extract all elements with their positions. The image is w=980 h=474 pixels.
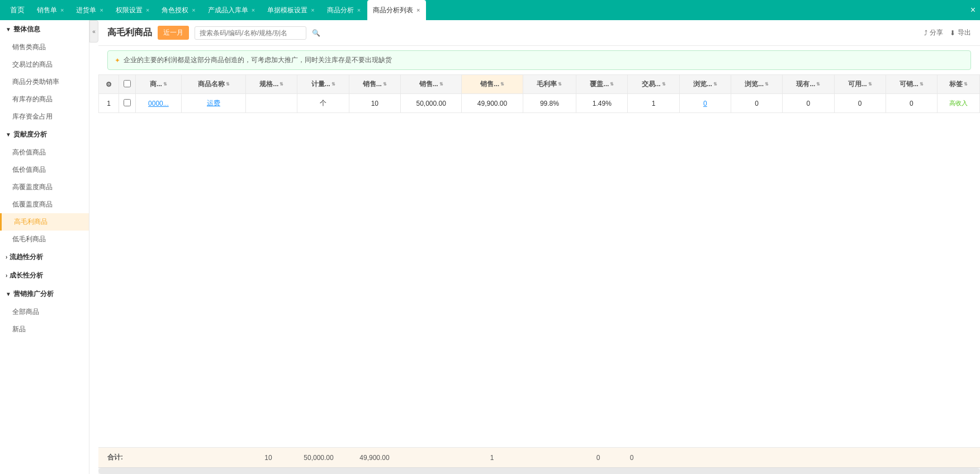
nav-permission[interactable]: 权限设置 × — [110, 0, 155, 20]
sidebar-item-stock-capital[interactable]: 库存资金占用 — [0, 108, 89, 125]
col-view2[interactable]: 浏览... ⇅ — [731, 75, 783, 94]
sort-arrows-coverage: ⇅ — [610, 82, 614, 87]
col-name[interactable]: 商品名称 ⇅ — [181, 75, 245, 94]
share-button[interactable]: ⤴ 分享 — [924, 28, 943, 37]
col-transaction[interactable]: 交易... ⇅ — [628, 75, 679, 94]
nav-product-in-close[interactable]: × — [252, 7, 255, 13]
cell-spec — [246, 94, 297, 113]
sidebar-item-traded-goods[interactable]: 交易过的商品 — [0, 56, 89, 73]
nav-permission-close[interactable]: × — [146, 7, 149, 13]
cell-unit: 个 — [297, 94, 349, 113]
arrow-contribution: ▼ — [6, 132, 11, 138]
cell-sellable: 0 — [886, 94, 937, 113]
sidebar-section-overall[interactable]: ▼ 整体信息 — [0, 20, 89, 39]
col-unit[interactable]: 计量... ⇅ — [297, 75, 349, 94]
sidebar-section-growth[interactable]: › 成长性分析 — [0, 266, 89, 285]
nav-product-analysis[interactable]: 商品分析 × — [321, 0, 366, 20]
col-view1[interactable]: 浏览... ⇅ — [679, 75, 731, 94]
col-checkbox[interactable] — [119, 75, 136, 94]
sidebar-item-high-value[interactable]: 高价值商品 — [0, 144, 89, 161]
sidebar-item-high-margin[interactable]: 高毛利商品 — [0, 213, 89, 231]
sidebar-section-contribution[interactable]: ▼ 贡献度分析 — [0, 125, 89, 144]
sidebar-toggle[interactable]: « — [89, 20, 98, 43]
sort-arrows-current: ⇅ — [816, 82, 820, 87]
info-icon: ✦ — [115, 57, 120, 64]
nav-purchase-close[interactable]: × — [100, 7, 103, 13]
close-all-tabs[interactable]: × — [970, 5, 976, 15]
search-icon[interactable]: 🔍 — [312, 29, 320, 37]
nav-product-analysis-close[interactable]: × — [357, 7, 361, 13]
col-sellable[interactable]: 可销... ⇅ — [886, 75, 937, 94]
sidebar-item-low-coverage[interactable]: 低覆盖度商品 — [0, 196, 89, 213]
nav-role[interactable]: 角色授权 × — [156, 0, 201, 20]
sidebar: ▼ 整体信息 销售类商品 交易过的商品 商品分类助销率 有库存的商品 库存资金占… — [0, 20, 89, 474]
sidebar-item-all-goods[interactable]: 全部商品 — [0, 303, 89, 321]
info-banner: ✦ 企业的主要的利润都是这部分商品创造的，可考虑加大推广，同时关注库存是不要出现… — [107, 50, 971, 70]
sidebar-section-marketing[interactable]: ▼ 营销推广分析 — [0, 285, 89, 303]
cell-view1[interactable]: 0 — [679, 94, 731, 113]
cell-available: 0 — [834, 94, 886, 113]
nav-analysis-list[interactable]: 商品分析列表 × — [367, 0, 425, 20]
sort-arrows-tag: ⇅ — [964, 82, 968, 87]
sort-arrows-view1: ⇅ — [713, 82, 717, 87]
table-container[interactable]: ⚙ 商... ⇅ 商品名称 — [98, 74, 980, 447]
sidebar-item-low-value[interactable]: 低价值商品 — [0, 161, 89, 179]
bottom-scrollbar[interactable] — [98, 467, 980, 474]
share-icon: ⤴ — [924, 29, 927, 37]
sort-arrows-sales-count: ⇅ — [383, 82, 387, 87]
nav-purchase[interactable]: 进货单 × — [70, 0, 108, 20]
sort-arrows-available: ⇅ — [868, 82, 872, 87]
col-gross-margin[interactable]: 毛利率 ⇅ — [523, 75, 576, 94]
cell-checkbox[interactable] — [119, 94, 136, 113]
export-icon: ⬇ — [950, 29, 955, 37]
col-available[interactable]: 可用... ⇅ — [834, 75, 886, 94]
sort-arrows-sales-profit: ⇅ — [500, 82, 504, 87]
export-button[interactable]: ⬇ 导出 — [950, 28, 971, 37]
col-current[interactable]: 现有... ⇅ — [783, 75, 834, 94]
col-sales-profit[interactable]: 销售... ⇅ — [462, 75, 523, 94]
filter-recent-month[interactable]: 近一月 — [158, 26, 189, 40]
col-settings[interactable]: ⚙ — [99, 75, 119, 94]
nav-role-close[interactable]: × — [192, 7, 195, 13]
nav-analysis-list-close[interactable]: × — [416, 7, 420, 13]
col-tag[interactable]: 标签 ⇅ — [938, 75, 980, 94]
nav-home[interactable]: 首页 — [4, 0, 30, 20]
nav-product-in[interactable]: 产成品入库单 × — [202, 0, 261, 20]
sort-arrows-code: ⇅ — [163, 82, 167, 87]
cell-code[interactable]: 0000... — [136, 94, 182, 113]
row-checkbox[interactable] — [124, 99, 131, 106]
col-sales-count[interactable]: 销售... ⇅ — [349, 75, 400, 94]
nav-template-close[interactable]: × — [311, 7, 314, 13]
table-header-row: ⚙ 商... ⇅ 商品名称 — [99, 75, 980, 94]
arrow-trend: › — [6, 254, 7, 260]
sidebar-item-low-margin[interactable]: 低毛利商品 — [0, 231, 89, 248]
select-all-checkbox[interactable] — [124, 80, 131, 87]
sidebar-item-high-coverage[interactable]: 高覆盖度商品 — [0, 179, 89, 196]
col-coverage[interactable]: 覆盖... ⇅ — [576, 75, 628, 94]
table-row: 1 0000... 运费 个 10 50,000.00 49,900.00 99… — [99, 94, 980, 113]
arrow-overall: ▼ — [6, 26, 11, 32]
data-table: ⚙ 商... ⇅ 商品名称 — [98, 74, 980, 113]
footer-transaction: 1 — [470, 454, 514, 462]
nav-sales[interactable]: 销售单 × — [31, 0, 69, 20]
cell-coverage: 1.49% — [576, 94, 628, 113]
sidebar-item-sales-goods[interactable]: 销售类商品 — [0, 39, 89, 56]
footer-values: 10 50,000.00 49,900.00 1 0 0 — [134, 454, 971, 462]
sidebar-item-stocked-goods[interactable]: 有库存的商品 — [0, 91, 89, 108]
settings-icon[interactable]: ⚙ — [106, 81, 112, 88]
page-title: 高毛利商品 — [107, 27, 152, 39]
sidebar-item-new-goods[interactable]: 新品 — [0, 321, 89, 338]
nav-sales-close[interactable]: × — [60, 7, 64, 13]
col-sales-amount[interactable]: 销售... ⇅ — [400, 75, 461, 94]
nav-template[interactable]: 单据模板设置 × — [262, 0, 320, 20]
footer-sales-count: 10 — [246, 454, 291, 462]
cell-sales-count: 10 — [349, 94, 400, 113]
sidebar-section-trend[interactable]: › 流趋性分析 — [0, 248, 89, 266]
main-layout: ▼ 整体信息 销售类商品 交易过的商品 商品分类助销率 有库存的商品 库存资金占… — [0, 20, 980, 474]
cell-sales-profit: 49,900.00 — [462, 94, 523, 113]
col-spec[interactable]: 规格... ⇅ — [246, 75, 297, 94]
sidebar-item-category-rate[interactable]: 商品分类助销率 — [0, 73, 89, 91]
col-code[interactable]: 商... ⇅ — [136, 75, 182, 94]
cell-name[interactable]: 运费 — [181, 94, 245, 113]
search-input[interactable] — [195, 26, 306, 40]
